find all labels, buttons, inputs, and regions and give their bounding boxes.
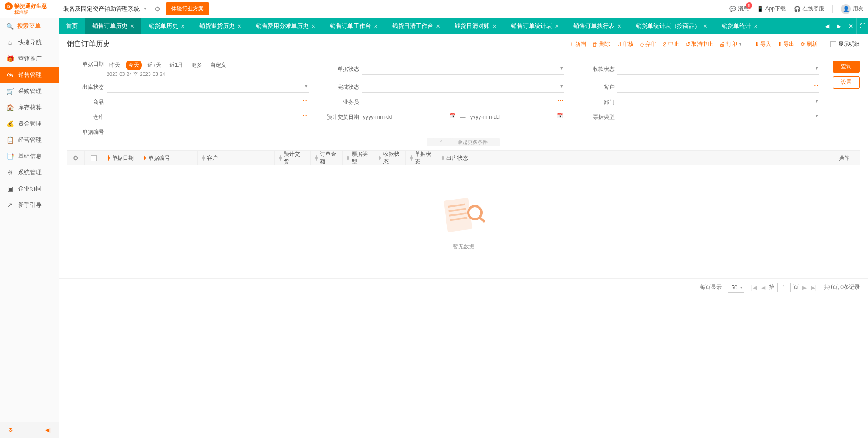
system-selector[interactable]: 装备及固定资产辅助管理系统 ▾	[63, 5, 146, 13]
last-page-button[interactable]: ▶|	[810, 284, 817, 292]
tab-1[interactable]: 销售订单历史✕	[85, 18, 141, 34]
close-all-tabs-icon[interactable]: ✕	[845, 18, 856, 34]
date-pill[interactable]: 昨天	[107, 61, 123, 70]
date-pill[interactable]: 今天	[126, 61, 142, 70]
tab-8[interactable]: 销售订单统计表✕	[504, 18, 566, 34]
salesman-picker[interactable]: ⋯	[362, 97, 564, 107]
sidebar-item-1[interactable]: 🎁营销推广	[0, 51, 59, 67]
app-download-label: App下载	[765, 5, 786, 13]
abandon-button[interactable]: ◇弃审	[640, 40, 656, 48]
deliver-date-from[interactable]: 📅	[362, 112, 457, 122]
date-pill[interactable]: 更多	[188, 61, 205, 70]
close-tab-icon[interactable]: ✕	[555, 23, 559, 29]
tab-2[interactable]: 销货单历史✕	[141, 18, 192, 34]
close-tab-icon[interactable]: ✕	[703, 23, 707, 29]
next-page-button[interactable]: ▶	[802, 284, 807, 292]
select-all-checkbox[interactable]	[85, 151, 103, 165]
page-input[interactable]	[777, 283, 791, 292]
sidebar-item-0[interactable]: ⌂快捷导航	[0, 34, 59, 51]
export-button[interactable]: ⬆导出	[778, 40, 794, 48]
collapse-filter-button[interactable]: ⌃ 收起更多条件	[67, 137, 860, 148]
docno-input[interactable]	[107, 127, 309, 137]
close-tab-icon[interactable]: ✕	[436, 23, 440, 29]
sidebar-item-5[interactable]: 💰资金管理	[0, 116, 59, 132]
fullscreen-icon[interactable]: ⛶	[856, 18, 868, 34]
add-button[interactable]: ＋新增	[568, 40, 586, 48]
system-settings-icon[interactable]: ⚙	[155, 5, 160, 13]
prev-page-button[interactable]: ◀	[760, 284, 766, 292]
refresh-button[interactable]: ⟳刷新	[801, 40, 817, 48]
column-header[interactable]: ▲▼单据日期	[103, 151, 139, 165]
sidebar-item-6[interactable]: 📋经营管理	[0, 132, 59, 148]
tab-0[interactable]: 首页	[59, 18, 85, 34]
show-detail-checkbox[interactable]: 显示明细	[830, 40, 860, 48]
user-menu[interactable]: 👤 用友	[841, 4, 863, 14]
column-header[interactable]: ▲▼单据编号	[139, 151, 198, 165]
customer-picker[interactable]: ⋯	[617, 82, 819, 93]
import-button[interactable]: ⬇导入	[755, 40, 771, 48]
collapse-sidebar-icon[interactable]: ◀|	[45, 427, 51, 433]
tab-5[interactable]: 销售订单工作台✕	[323, 18, 385, 34]
column-header[interactable]: ▲▼出库状态	[437, 151, 828, 165]
tab-9[interactable]: 销售订单执行表✕	[566, 18, 629, 34]
settings-gear-icon[interactable]: ⚙	[8, 427, 13, 433]
column-header[interactable]: 操作	[828, 151, 860, 165]
close-tab-icon[interactable]: ✕	[754, 23, 758, 29]
close-tab-icon[interactable]: ✕	[311, 23, 315, 29]
tab-11[interactable]: 销货单统计✕	[714, 18, 765, 34]
delete-button[interactable]: 🗑删除	[592, 40, 610, 48]
sidebar-item-7[interactable]: 📑基础信息	[0, 148, 59, 164]
column-header[interactable]: ▲▼预计交货...	[275, 151, 311, 165]
deliver-date-to[interactable]: 📅	[469, 112, 564, 122]
date-pill[interactable]: 自定义	[207, 61, 229, 70]
column-header[interactable]: ▲▼客户	[198, 151, 275, 165]
receipt-status-select[interactable]: ▾	[617, 64, 819, 75]
column-header[interactable]: ▲▼订单金额	[311, 151, 343, 165]
tab-7[interactable]: 钱货日清对账✕	[447, 18, 504, 34]
sidebar-item-10[interactable]: ↗新手引导	[0, 197, 59, 213]
tabs-scroll-left-icon[interactable]: ◀	[821, 18, 833, 34]
column-header[interactable]: ▲▼单据状态	[406, 151, 437, 165]
sidebar-item-8[interactable]: ⚙系统管理	[0, 164, 59, 181]
tab-10[interactable]: 销货单统计表（按商品）✕	[629, 18, 714, 34]
close-tab-icon[interactable]: ✕	[130, 23, 134, 29]
column-header[interactable]: ▲▼收款状态	[374, 151, 406, 165]
finish-select[interactable]: ▾	[362, 82, 564, 93]
print-button[interactable]: 🖨打印▾	[719, 40, 741, 48]
try-solution-button[interactable]: 体验行业方案	[166, 2, 209, 15]
close-tab-icon[interactable]: ✕	[181, 23, 185, 29]
sidebar-item-4[interactable]: 🏠库存核算	[0, 99, 59, 116]
query-button[interactable]: 查询	[833, 61, 860, 73]
cancel-stop-button[interactable]: ↺取消中止	[685, 40, 713, 48]
close-tab-icon[interactable]: ✕	[237, 23, 241, 29]
warehouse-picker[interactable]: ⋯	[107, 112, 309, 122]
date-pill[interactable]: 近7天	[145, 61, 164, 70]
messages-button[interactable]: 💬 消息 6	[729, 5, 749, 13]
online-service-button[interactable]: 🎧 在线客服	[794, 5, 824, 13]
first-page-button[interactable]: |◀	[751, 284, 758, 292]
sidebar-search[interactable]: 🔍 搜索菜单	[0, 18, 59, 34]
doc-status-select[interactable]: ▾	[362, 64, 564, 75]
column-header[interactable]: ▲▼票据类型	[343, 151, 374, 165]
close-tab-icon[interactable]: ✕	[493, 23, 497, 29]
per-page-select[interactable]: 50 ▾	[728, 283, 744, 293]
tab-6[interactable]: 钱货日清工作台✕	[385, 18, 447, 34]
tab-4[interactable]: 销售费用分摊单历史✕	[249, 18, 323, 34]
sidebar-item-3[interactable]: 🛒采购管理	[0, 83, 59, 99]
sidebar-item-9[interactable]: ▣企业协同	[0, 181, 59, 197]
close-tab-icon[interactable]: ✕	[617, 23, 621, 29]
product-picker[interactable]: ⋯	[107, 97, 309, 107]
audit-button[interactable]: ☑审核	[616, 40, 633, 48]
tab-3[interactable]: 销货退货历史✕	[192, 18, 249, 34]
sidebar-item-2[interactable]: 🛍销售管理	[0, 67, 59, 83]
column-settings-button[interactable]: ⚙	[67, 151, 85, 165]
dept-select[interactable]: ▾	[617, 97, 819, 107]
app-download-button[interactable]: 📱 App下载	[757, 5, 786, 13]
outstock-select[interactable]: ▾	[107, 82, 309, 93]
filter-settings-button[interactable]: 设置	[833, 76, 860, 89]
tabs-scroll-right-icon[interactable]: ▶	[833, 18, 845, 34]
close-tab-icon[interactable]: ✕	[374, 23, 378, 29]
stop-button[interactable]: ⊘中止	[662, 40, 679, 48]
date-pill[interactable]: 近1月	[167, 61, 186, 70]
invoice-type-select[interactable]: ▾	[617, 112, 819, 122]
